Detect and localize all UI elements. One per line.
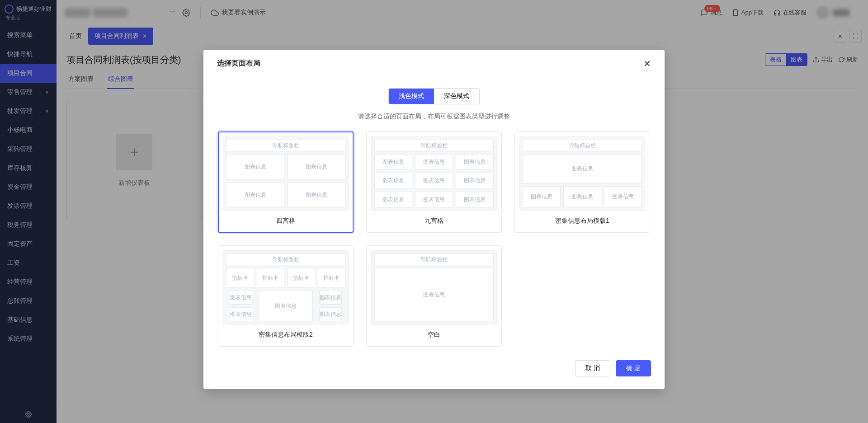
cancel-button[interactable]: 取 消 [575, 360, 610, 376]
preview-chart-text: 图表信息 [287, 182, 345, 207]
modal-title: 选择页面布局 [217, 59, 260, 68]
layout-option-dense2[interactable]: 导航标题栏 指标卡 指标卡 指标卡 指标卡 图表信息 图表信息 图表信息 [218, 245, 354, 347]
preview-chart-text: 图表信息 [415, 192, 453, 207]
preview-indicator-text: 指标卡 [257, 268, 285, 288]
layout-option-dense1[interactable]: 导航标题栏 图表信息 图表信息 图表信息 图表信息 密集信息布局模版1 [514, 132, 650, 233]
modal-hint: 请选择合适的页面布局，布局可根据图表类型进行调整 [217, 113, 651, 121]
mode-light-button[interactable]: 浅色模式 [389, 89, 434, 104]
preview-chart-text: 图表信息 [230, 291, 252, 305]
preview-nav-text: 导航标题栏 [523, 140, 642, 151]
preview-indicator-text: 指标卡 [318, 268, 346, 288]
preview-chart-text: 图表信息 [456, 173, 494, 188]
preview-chart-text: 图表信息 [563, 186, 601, 207]
mode-toggle: 浅色模式 深色模式 [388, 88, 480, 104]
preview-chart-text: 图表信息 [374, 268, 494, 321]
preview-chart-text: 图表信息 [604, 186, 642, 207]
preview-chart-text: 图表信息 [319, 307, 342, 321]
preview-chart-text: 图表信息 [226, 154, 284, 179]
preview-chart-text: 图表信息 [374, 173, 412, 188]
mode-dark-button[interactable]: 深色模式 [434, 89, 479, 104]
preview-indicator-text: 指标卡 [226, 268, 254, 288]
preview-chart-text: 图表信息 [523, 186, 561, 207]
preview-chart-text: 图表信息 [374, 192, 412, 207]
preview-chart-text: 图表信息 [523, 154, 642, 183]
preview-chart-text: 图表信息 [259, 291, 313, 321]
layout-option-fourgrid[interactable]: 导航标题栏 图表信息 图表信息 图表信息 图表信息 四宫格 [218, 132, 354, 233]
layout-label: 九宫格 [371, 211, 497, 228]
layout-label: 四宫格 [223, 211, 349, 228]
layout-label: 空白 [371, 324, 497, 342]
preview-nav-text: 导航标题栏 [226, 254, 345, 265]
preview-chart-text: 图表信息 [415, 173, 453, 188]
preview-chart-text: 图表信息 [415, 154, 453, 170]
layout-label: 密集信息布局模版1 [519, 211, 645, 228]
layout-label: 密集信息布局模版2 [223, 324, 349, 342]
layout-option-ninegrid[interactable]: 导航标题栏 图表信息 图表信息 图表信息 图表信息 图表信息 图表信息 图表信息… [366, 132, 502, 233]
preview-chart-text: 图表信息 [456, 154, 494, 170]
layout-modal: 选择页面布局 ✕ 浅色模式 深色模式 请选择合适的页面布局，布局可根据图表类型进… [203, 50, 665, 389]
confirm-button[interactable]: 确 定 [616, 360, 651, 376]
modal-close-icon[interactable]: ✕ [643, 59, 651, 68]
preview-chart-text: 图表信息 [230, 307, 252, 321]
preview-chart-text: 图表信息 [456, 192, 494, 207]
preview-indicator-text: 指标卡 [287, 268, 315, 288]
preview-chart-text: 图表信息 [374, 154, 412, 170]
preview-nav-text: 导航标题栏 [226, 140, 345, 151]
layout-option-blank[interactable]: 导航标题栏 图表信息 空白 [366, 245, 502, 347]
preview-chart-text: 图表信息 [319, 291, 342, 305]
preview-nav-text: 导航标题栏 [374, 140, 494, 151]
preview-chart-text: 图表信息 [287, 154, 345, 179]
preview-chart-text: 图表信息 [226, 182, 284, 207]
preview-nav-text: 导航标题栏 [374, 254, 494, 265]
